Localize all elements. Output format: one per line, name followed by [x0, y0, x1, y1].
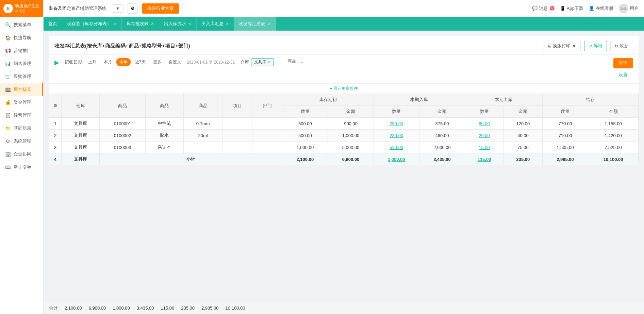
tab-batch[interactable]: 库存批次账 ✕: [122, 17, 159, 31]
print-btn[interactable]: 🖨 换版打印 ▼: [543, 41, 581, 51]
finance-icon: 💰: [5, 100, 11, 105]
query-btn[interactable]: 查询: [613, 58, 633, 68]
sales-icon: 📊: [5, 61, 11, 66]
sidebar-item-purchase[interactable]: 🛒 采购管理: [0, 70, 43, 83]
row-in-qty[interactable]: 250.00: [374, 118, 419, 130]
row-closing-amt: 7,525.00: [588, 142, 639, 153]
row-closing-amt: 1,155.00: [588, 118, 639, 130]
goods-filter: 商品 ...: [287, 58, 304, 64]
row-code: 0100001: [100, 118, 145, 130]
row-out-qty[interactable]: 80.00: [465, 118, 504, 130]
sidebar-item-sales[interactable]: 📊 销售管理: [0, 57, 43, 70]
online-service-btn[interactable]: 👤 在线客服: [589, 5, 613, 12]
sidebar-item-finance[interactable]: 💰 资金管理: [0, 96, 43, 109]
data-table: ⚙ 仓库 商品 商品 商品 项目 部门 库存期初 本期入库 本期出库 结存: [49, 94, 639, 165]
sidebar-item-quicknav[interactable]: 🏠 快捷导航: [0, 31, 43, 44]
sidebar-item-marketing[interactable]: 📢 营销推广: [0, 44, 43, 57]
col-opening-amt-header: 金额: [328, 106, 374, 118]
footer-closing-qty: 2,985.00: [201, 305, 219, 311]
row-in-amt: 2,600.00: [419, 142, 465, 153]
sidebar-item-basic[interactable]: 📁 基础信息: [0, 122, 43, 135]
tab-inventory-dist[interactable]: 现存量（库存分布表） ✕: [62, 17, 122, 31]
row-warehouse: 文具库: [62, 118, 100, 130]
sidebar: 6 畅捷通好生意 标准版 🔍 搜索菜单 🏠 快捷导航 📢 营销推广 📊 销售管理…: [0, 0, 44, 314]
tab-inout-flow[interactable]: 出入库流水 ✕: [159, 17, 197, 31]
subtotal-closing-qty: 2,985.00: [542, 153, 588, 165]
col-warehouse-header: 仓库: [62, 94, 100, 118]
footer-opening-amt: 6,900.00: [89, 305, 106, 311]
settings-link[interactable]: 设置: [619, 70, 628, 80]
row-in-amt: 460.00: [419, 130, 465, 142]
sidebar-item-guide[interactable]: 📖 新手引导: [0, 161, 43, 173]
date-btn-this-month[interactable]: 本月: [101, 58, 115, 66]
tab-inout-summary-close[interactable]: ✕: [226, 21, 229, 26]
warehouse-tag-close[interactable]: ✕: [268, 60, 271, 64]
footer-closing-amt: 10,100.00: [226, 305, 245, 311]
col-closing-amt-header: 金额: [588, 106, 639, 118]
row-name: 胶水: [145, 130, 183, 142]
messages-btn[interactable]: 💬 消息 6: [532, 5, 555, 12]
sidebar-item-system-label: 系统管理: [14, 138, 31, 144]
tab-inout-flow-close[interactable]: ✕: [188, 21, 192, 26]
row-code: 0100002: [100, 130, 145, 142]
sidebar-item-system[interactable]: ⚙ 系统管理: [0, 135, 43, 148]
date-btn-more[interactable]: 更多: [150, 58, 164, 66]
tab-inout-summary[interactable]: 出入库汇总 ✕: [197, 17, 234, 31]
settings-btn[interactable]: ⚙: [128, 3, 138, 14]
sidebar-item-inventory[interactable]: 🏬 库存核算: [0, 83, 43, 96]
system-dropdown-btn[interactable]: ▼: [112, 4, 123, 13]
row-opening-qty: 1,000.00: [282, 142, 328, 153]
footer-opening-qty: 2,100.00: [65, 305, 82, 311]
subtotal-row: 4 文具库 小计 2,100.00 6,900.00 1,000.00 3,43…: [49, 153, 639, 165]
row-closing-qty: 770.00: [542, 118, 588, 130]
row-warehouse: 文具库: [62, 130, 100, 142]
row-in-qty[interactable]: 520.00: [374, 142, 419, 153]
row-in-qty[interactable]: 230.00: [374, 130, 419, 142]
sidebar-item-search[interactable]: 🔍 搜索菜单: [0, 18, 43, 31]
sidebar-item-purchase-label: 采购管理: [14, 73, 31, 80]
user-btn[interactable]: Ea 用户: [619, 4, 639, 13]
tab-inventory-dist-label: 现存量（库存分布表）: [67, 21, 111, 27]
row-out-amt: 75.00: [503, 142, 542, 153]
tab-batch-close[interactable]: ✕: [151, 21, 154, 26]
app-download-btn[interactable]: 📱 App下载: [560, 5, 583, 12]
sidebar-item-enterprise[interactable]: 🏢 企业协同: [0, 148, 43, 161]
tab-receive-send-close[interactable]: ✕: [267, 21, 271, 26]
refresh-btn[interactable]: ↻ 刷新: [610, 41, 633, 51]
date-btn-7days[interactable]: 近7天: [132, 58, 149, 66]
table-settings-icon[interactable]: ⚙: [53, 103, 57, 108]
subtotal-in-qty[interactable]: 1,000.00: [374, 153, 419, 165]
online-service-label: 在线客服: [596, 5, 613, 12]
col-settings-header: ⚙: [49, 94, 62, 118]
warehouse-more-btn[interactable]: ...: [276, 59, 282, 65]
subtotal-no: 4: [49, 153, 62, 165]
date-btn-last-month[interactable]: 上月: [85, 58, 99, 66]
sidebar-item-operations[interactable]: 📋 经营管理: [0, 109, 43, 122]
marketing-icon: 📢: [5, 48, 11, 53]
table-row: 3 文具库 0100003 采访本 1,000.00 5,000.00 520.…: [49, 142, 639, 153]
export-btn[interactable]: ↗ 导出: [584, 41, 607, 51]
date-btn-this-year[interactable]: 本年: [116, 58, 131, 66]
row-opening-qty: 500.00: [282, 130, 328, 142]
row-out-qty[interactable]: 20.00: [465, 130, 504, 142]
basic-icon: 📁: [5, 126, 11, 131]
row-spec: [184, 142, 222, 153]
row-out-qty[interactable]: 15.00: [465, 142, 504, 153]
expand-more-btn[interactable]: ▾ 展开更多条件: [49, 84, 639, 94]
filter-toggle[interactable]: ▶: [54, 58, 59, 66]
subtotal-out-qty[interactable]: 115.00: [465, 153, 504, 165]
row-warehouse: 文具库: [62, 142, 100, 153]
tab-home[interactable]: 首页: [44, 17, 62, 31]
col-code-header: 商品: [100, 94, 145, 118]
subtotal-warehouse: 文具库: [62, 153, 100, 165]
tab-receive-send[interactable]: 收发存汇总表 ✕: [234, 17, 276, 31]
trial-btn[interactable]: 体验行业方案: [142, 3, 179, 14]
date-filter-label: 记账日期: [65, 59, 82, 65]
refresh-icon: ↻: [615, 44, 618, 49]
export-icon: ↗: [589, 44, 592, 49]
date-btn-custom[interactable]: 自定义: [166, 58, 184, 66]
tab-inventory-dist-close[interactable]: ✕: [113, 21, 117, 26]
goods-more-btn[interactable]: ...: [298, 58, 304, 64]
col-opening-header: 库存期初: [282, 94, 374, 106]
sidebar-item-finance-label: 资金管理: [14, 99, 31, 105]
